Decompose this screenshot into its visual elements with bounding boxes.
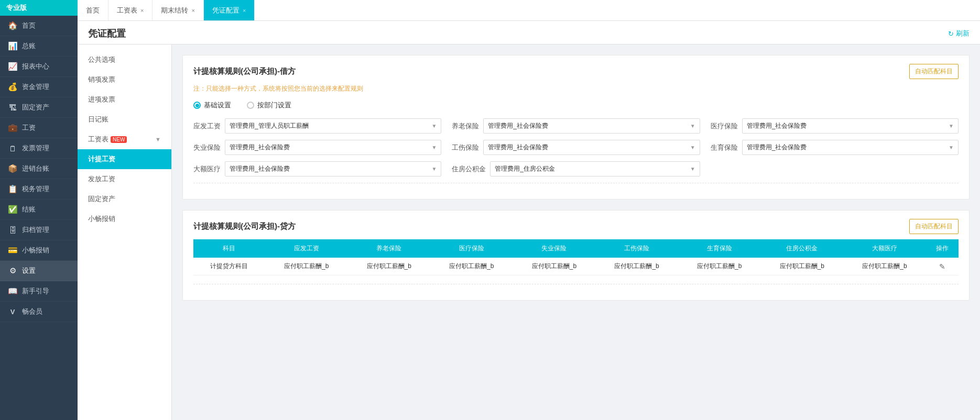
tab-payroll-close[interactable]: × — [140, 7, 144, 14]
label-shiye: 失业保险 — [193, 143, 221, 152]
th-shiye: 失业保险 — [513, 239, 596, 258]
sidebar-item-xiaochang-report[interactable]: 💳 小畅报销 — [0, 240, 78, 261]
left-menu-xiaochang-expense[interactable]: 小畅报销 — [78, 209, 171, 229]
left-menu-fixed-assets[interactable]: 固定资产 — [78, 189, 171, 209]
tax-icon: 📋 — [7, 184, 18, 194]
left-menu-debit-invoice[interactable]: 进项发票 — [78, 90, 171, 109]
tab-voucher-config-close[interactable]: × — [243, 7, 246, 14]
left-menu-pay-salary[interactable]: 发放工资 — [78, 169, 171, 189]
select-gongshang[interactable]: 管理费用_社会保险费 ▼ — [483, 140, 700, 155]
th-action: 操作 — [926, 239, 959, 258]
select-yanglao[interactable]: 管理费用_社会保险费 ▼ — [483, 118, 700, 134]
form-field-gongshang: 工伤保险 管理费用_社会保险费 ▼ — [452, 140, 700, 155]
home-icon: 🏠 — [7, 21, 18, 30]
auto-match-credit-button[interactable]: 自动匹配科目 — [909, 219, 959, 234]
radio-dept-circle — [247, 102, 254, 109]
left-menu-credit-invoice[interactable]: 销项发票 — [78, 70, 171, 90]
ledger-icon: 📊 — [7, 41, 18, 51]
radio-basic-setup[interactable]: 基础设置 — [193, 101, 231, 110]
td-yiliao: 应付职工薪酬_b — [430, 258, 513, 275]
left-menu-public-options[interactable]: 公共选项 — [78, 50, 171, 70]
right-content: 计提核算规则(公司承担)-借方 自动匹配科目 注：只能选择一种方式，系统将按照您… — [172, 45, 980, 420]
radio-dept-setup[interactable]: 按部门设置 — [247, 101, 291, 110]
section-debit: 计提核算规则(公司承担)-借方 自动匹配科目 注：只能选择一种方式，系统将按照您… — [182, 55, 970, 200]
tab-voucher-config[interactable]: 凭证配置 × — [204, 0, 255, 20]
sidebar-item-new-guide[interactable]: 📖 新手引导 — [0, 281, 78, 302]
sidebar-item-report-center[interactable]: 📈 报表中心 — [0, 57, 78, 77]
td-dae: 应付职工薪酬_b — [843, 258, 926, 275]
th-gongjijin: 住房公积金 — [761, 239, 844, 258]
settlement-icon: ✅ — [7, 205, 18, 214]
select-yingfa[interactable]: 管理费用_管理人员职工薪酬 ▼ — [225, 118, 441, 134]
select-shiye-arrow: ▼ — [431, 145, 437, 150]
tab-period-end[interactable]: 期末结转 × — [153, 0, 203, 20]
form-row-1: 应发工资 管理费用_管理人员职工薪酬 ▼ 养老保险 管理费用_社会保险费 ▼ — [193, 118, 959, 134]
sidebar-item-general-ledger[interactable]: 📊 总账 — [0, 36, 78, 57]
td-yanglao: 应付职工薪酬_b — [347, 258, 430, 275]
sidebar-item-fixed-assets[interactable]: 🏗 固定资产 — [0, 97, 78, 118]
td-shiye: 应付职工薪酬_b — [513, 258, 596, 275]
table-header-row: 科目 应发工资 养老保险 医疗保险 失业保险 工伤保险 生育保险 住房公积金 大… — [193, 239, 959, 258]
sidebar-item-settings[interactable]: ⚙ 设置 — [0, 261, 78, 281]
label-dae: 大额医疗 — [193, 164, 221, 174]
left-menu-journal[interactable]: 日记账 — [78, 109, 171, 129]
th-subject: 科目 — [193, 239, 265, 258]
refresh-button[interactable]: ↻ 刷新 — [948, 29, 970, 38]
guide-icon: 📖 — [7, 286, 18, 296]
sidebar-item-home[interactable]: 🏠 首页 — [0, 16, 78, 36]
payroll-icon: 💼 — [7, 123, 18, 132]
form-field-dae: 大额医疗 管理费用_社会保险费 ▼ — [193, 161, 441, 176]
sidebar-item-purchase-sales[interactable]: 📦 进销台账 — [0, 159, 78, 179]
tab-period-end-close[interactable]: × — [191, 7, 194, 14]
th-dae: 大额医疗 — [843, 239, 926, 258]
form-field-shiye: 失业保险 管理费用_社会保险费 ▼ — [193, 140, 441, 155]
sidebar-item-tax-management[interactable]: 📋 税务管理 — [0, 179, 78, 200]
sidebar-item-settlement[interactable]: ✅ 结账 — [0, 200, 78, 220]
select-yingfa-arrow: ▼ — [431, 123, 437, 129]
select-shiye[interactable]: 管理费用_社会保险费 ▼ — [225, 140, 441, 155]
select-yiliao-arrow: ▼ — [949, 123, 954, 129]
left-menu-accrual-payroll[interactable]: 计提工资 — [78, 149, 171, 169]
sidebar-item-member[interactable]: V 畅会员 — [0, 302, 78, 322]
tab-home[interactable]: 首页 — [78, 0, 108, 20]
content-area: 公共选项 销项发票 进项发票 日记账 工资表 NEW ▼ 计提工资 发放工资 — [78, 45, 980, 420]
select-yanglao-arrow: ▼ — [690, 123, 695, 129]
edit-icon[interactable]: ✎ — [939, 262, 945, 271]
purchase-icon: 📦 — [7, 164, 18, 173]
select-gongshang-arrow: ▼ — [690, 145, 695, 150]
section-debit-header: 计提核算规则(公司承担)-借方 自动匹配科目 — [193, 64, 959, 79]
main-content: 首页 工资表 × 期末结转 × 凭证配置 × 凭证配置 ↻ 刷新 公共选项 — [78, 0, 980, 420]
left-menu-payroll-table[interactable]: 工资表 NEW ▼ — [78, 129, 171, 149]
new-badge: NEW — [111, 136, 127, 143]
td-subject: 计提贷方科目 — [193, 258, 265, 275]
form-row-2: 失业保险 管理费用_社会保险费 ▼ 工伤保险 管理费用_社会保险费 ▼ — [193, 140, 959, 155]
sidebar-item-invoice-management[interactable]: 🗒 发票管理 — [0, 138, 78, 159]
select-yiliao[interactable]: 管理费用_社会保险费 ▼ — [742, 118, 959, 134]
td-action[interactable]: ✎ — [926, 258, 959, 275]
th-yiliao: 医疗保险 — [430, 239, 513, 258]
section-debit-notice: 注：只能选择一种方式，系统将按照您当前的选择来配置规则 — [193, 84, 959, 93]
refresh-icon: ↻ — [948, 30, 954, 38]
tab-payroll[interactable]: 工资表 × — [108, 0, 153, 20]
select-shengyu[interactable]: 管理费用_社会保险费 ▼ — [742, 140, 959, 155]
form-field-yingfa: 应发工资 管理费用_管理人员职工薪酬 ▼ — [193, 118, 441, 134]
report-icon: 📈 — [7, 62, 18, 71]
auto-match-debit-button[interactable]: 自动匹配科目 — [909, 64, 959, 79]
sidebar-item-fund-management[interactable]: 💰 资金管理 — [0, 77, 78, 97]
label-shengyu: 生育保险 — [711, 143, 738, 152]
fund-icon: 💰 — [7, 82, 18, 92]
select-gongjijin[interactable]: 管理费用_住房公积金 ▼ — [490, 161, 700, 176]
select-dae[interactable]: 管理费用_社会保险费 ▼ — [225, 161, 441, 176]
label-gongjijin: 住房公积金 — [452, 164, 486, 174]
label-yanglao: 养老保险 — [452, 121, 479, 131]
th-yingfa: 应发工资 — [265, 239, 348, 258]
select-dae-arrow: ▼ — [431, 166, 437, 172]
sidebar-item-archive[interactable]: 🗄 归档管理 — [0, 220, 78, 240]
sidebar-item-payroll[interactable]: 💼 工资 — [0, 118, 78, 138]
td-gongjijin: 应付职工薪酬_b — [761, 258, 844, 275]
credit-table: 科目 应发工资 养老保险 医疗保险 失业保险 工伤保险 生育保险 住房公积金 大… — [193, 239, 959, 275]
assets-icon: 🏗 — [7, 103, 18, 112]
form-field-yanglao: 养老保险 管理费用_社会保险费 ▼ — [452, 118, 700, 134]
invoice-icon: 🗒 — [7, 144, 18, 153]
th-shengyu: 生育保险 — [678, 239, 761, 258]
